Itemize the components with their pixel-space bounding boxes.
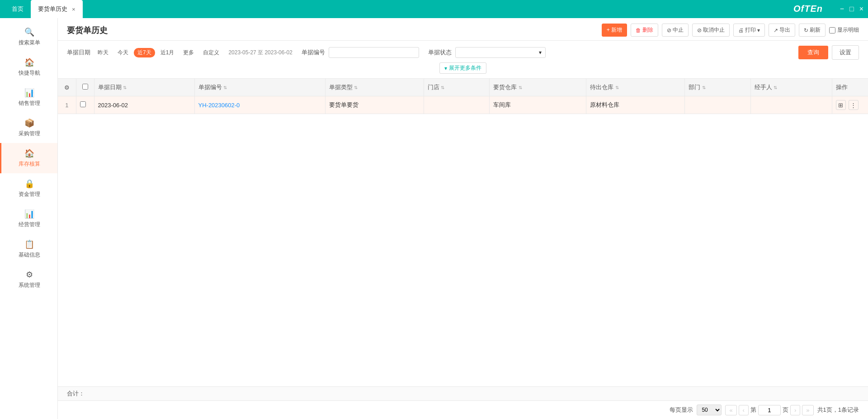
col-date[interactable]: 单据日期 ⇅ — [94, 79, 194, 96]
date-shortcuts: 昨天 今天 近7天 近1月 更多 自定义 — [94, 48, 223, 57]
page-suffix: 页 — [783, 406, 788, 414]
refresh-icon: ↻ — [804, 27, 808, 33]
col-number[interactable]: 单据编号 ⇅ — [194, 79, 325, 96]
sidebar-item-label: 库存核算 — [19, 160, 40, 168]
doc-number-input[interactable] — [329, 47, 419, 58]
sidebar-item-label: 采购管理 — [19, 130, 40, 138]
shortcut-yesterday[interactable]: 昨天 — [94, 48, 112, 57]
tab-order-history[interactable]: 要货单历史 × — [31, 0, 83, 18]
print-button[interactable]: 🖨 打印 ▾ — [733, 24, 765, 37]
prev-page-btn[interactable]: ‹ — [739, 405, 749, 415]
settings-button[interactable]: 设置 — [832, 45, 859, 60]
sidebar-item-basic-info[interactable]: 📋 基础信息 — [0, 234, 57, 264]
cancel-stop-button[interactable]: ⊘ 取消中止 — [692, 24, 730, 37]
show-detail-toggle[interactable]: 显示明细 — [829, 26, 859, 34]
sidebar-item-search-menu[interactable]: 🔍 搜索菜单 — [0, 22, 57, 52]
per-page-select[interactable]: 50 100 200 — [697, 405, 722, 415]
sidebar-item-quick-nav[interactable]: 🏠 快捷导航 — [0, 52, 57, 82]
sidebar-item-label: 经营管理 — [19, 221, 40, 229]
table-body: 1 2023-06-02 YH-20230602-0 要货单要货 车间库 原材料… — [58, 96, 868, 114]
sidebar-item-purchase[interactable]: 📦 采购管理 — [0, 113, 57, 143]
sidebar-item-label: 搜索菜单 — [19, 39, 40, 47]
cancel-stop-icon: ⊘ — [697, 27, 702, 33]
check-all-checkbox[interactable] — [82, 84, 88, 90]
page-header: 要货单历史 + 新增 🗑 删除 ⊘ 中止 ⊘ 取消中止 🖨 打印 — [58, 18, 868, 41]
per-page-label: 每页显示 — [670, 406, 693, 414]
date-filter-label: 单据日期 — [67, 48, 90, 57]
basic-info-icon: 📋 — [24, 239, 34, 249]
table-footer: 合计： — [58, 386, 868, 400]
table-row[interactable]: 1 2023-06-02 YH-20230602-0 要货单要货 车间库 原材料… — [58, 96, 868, 114]
minimize-btn[interactable]: − — [840, 5, 844, 13]
close-btn[interactable]: × — [859, 5, 863, 13]
shortcut-today[interactable]: 今天 — [114, 48, 132, 57]
expand-more-button[interactable]: ▾ 展开更多条件 — [439, 62, 486, 74]
sort-type-icon: ⇅ — [354, 85, 358, 90]
cell-department — [685, 96, 750, 114]
delete-button[interactable]: 🗑 删除 — [631, 24, 658, 37]
doc-status-select[interactable]: ▾ — [455, 47, 546, 58]
doc-status-label: 单据状态 — [428, 48, 452, 57]
col-department[interactable]: 部门 ⇅ — [685, 79, 750, 96]
cell-number: YH-20230602-0 — [194, 96, 325, 114]
sidebar-item-label: 快捷导航 — [19, 69, 40, 77]
refresh-button[interactable]: ↻ 刷新 — [799, 24, 826, 37]
tab-home-label: 首页 — [12, 5, 24, 13]
shortcut-recent7[interactable]: 近7天 — [134, 48, 155, 57]
col-store[interactable]: 门店 ⇅ — [424, 79, 489, 96]
main-content: 要货单历史 + 新增 🗑 删除 ⊘ 中止 ⊘ 取消中止 🖨 打印 — [58, 18, 868, 419]
cell-handler — [750, 96, 832, 114]
doc-number-link[interactable]: YH-20230602-0 — [198, 102, 240, 109]
new-button[interactable]: + 新增 — [602, 24, 627, 37]
doc-status-arrow: ▾ — [539, 49, 542, 56]
sidebar-item-system[interactable]: ⚙ 系统管理 — [0, 264, 57, 295]
system-icon: ⚙ — [26, 270, 33, 280]
filter-row: 单据日期 昨天 今天 近7天 近1月 更多 自定义 2023-05-27 至 2… — [67, 45, 859, 60]
stop-button[interactable]: ⊘ 中止 — [662, 24, 689, 37]
last-page-btn[interactable]: » — [802, 405, 813, 415]
expand-icon: ▾ — [444, 65, 447, 71]
shortcut-recent-month[interactable]: 近1月 — [157, 48, 178, 57]
col-settings[interactable]: ⚙ — [58, 79, 76, 96]
export-button[interactable]: ↗ 导出 — [769, 24, 795, 37]
row-check[interactable] — [76, 96, 94, 114]
col-pending-warehouse[interactable]: 待出仓库 ⇅ — [586, 79, 685, 96]
tab-order-history-label: 要货单历史 — [38, 5, 67, 13]
row-checkbox[interactable] — [80, 101, 86, 107]
view-icon[interactable]: ⊞ — [836, 100, 846, 110]
cell-pending-warehouse: 原材料仓库 — [586, 96, 685, 114]
inventory-icon: 🏠 — [24, 148, 34, 158]
col-req-warehouse[interactable]: 要货仓库 ⇅ — [490, 79, 586, 96]
maximize-btn[interactable]: □ — [849, 5, 854, 13]
shortcut-custom[interactable]: 自定义 — [199, 48, 223, 57]
first-page-btn[interactable]: « — [725, 405, 736, 415]
cell-operations: ⊞ ⋮ — [832, 96, 868, 114]
quick-nav-icon: 🏠 — [24, 57, 34, 67]
row-num: 1 — [58, 96, 76, 114]
tab-close-icon[interactable]: × — [72, 6, 75, 13]
col-type[interactable]: 单据类型 ⇅ — [325, 79, 424, 96]
sidebar-item-inventory[interactable]: 🏠 库存核算 — [0, 143, 57, 173]
brand-logo: OfTEn — [793, 4, 823, 14]
page-number-input[interactable] — [758, 405, 781, 415]
top-bar: 首页 要货单历史 × OfTEn − □ × — [0, 0, 868, 18]
shortcut-more[interactable]: 更多 — [179, 48, 198, 57]
page-label: 第 — [750, 406, 756, 414]
sidebar-item-operations[interactable]: 📊 经营管理 — [0, 204, 57, 234]
col-handler[interactable]: 经手人 ⇅ — [750, 79, 832, 96]
query-button[interactable]: 查询 — [798, 46, 828, 59]
more-ops-icon[interactable]: ⋮ — [849, 100, 859, 110]
sidebar-item-finance[interactable]: 🔒 资金管理 — [0, 173, 57, 204]
show-detail-checkbox[interactable] — [829, 27, 835, 33]
tab-home[interactable]: 首页 — [5, 0, 31, 18]
sort-store-icon: ⇅ — [441, 85, 444, 90]
sidebar-item-sales[interactable]: 📊 销售管理 — [0, 82, 57, 113]
sort-date-icon: ⇅ — [123, 85, 127, 90]
col-check[interactable] — [76, 79, 94, 96]
purchase-icon: 📦 — [24, 118, 34, 128]
doc-number-label: 单据编号 — [302, 48, 325, 57]
cell-type: 要货单要货 — [325, 96, 424, 114]
cell-store — [424, 96, 489, 114]
next-page-btn[interactable]: › — [790, 405, 800, 415]
print-icon: 🖨 — [738, 27, 744, 33]
